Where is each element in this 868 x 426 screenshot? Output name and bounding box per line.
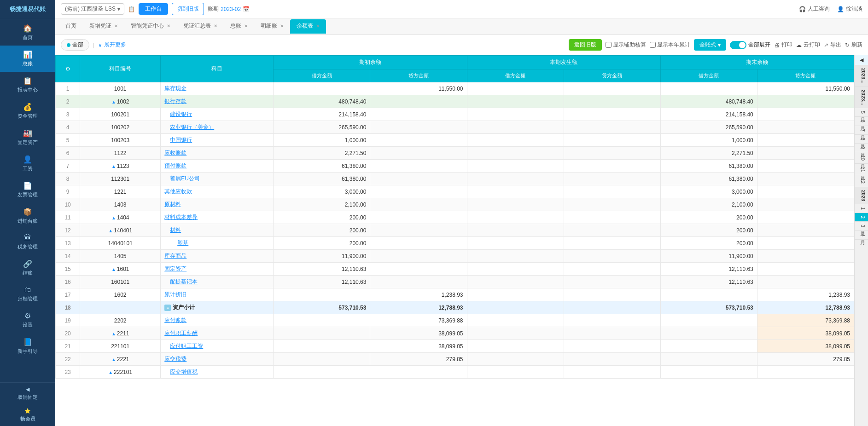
refresh-button[interactable]: ↻ 刷新 (845, 41, 862, 49)
tab-close-6[interactable]: ✕ (316, 23, 320, 29)
switch-version-button[interactable]: 切到旧版 (172, 3, 204, 15)
year-panel-item-5[interactable]: 8月 (855, 135, 868, 144)
row-name-9[interactable]: 原材料 (161, 198, 274, 211)
row-name-21[interactable]: 应交税费 (161, 353, 274, 366)
row-name-19[interactable]: 应付职工薪酬 (161, 327, 274, 340)
row-amount-1-1 (370, 95, 467, 108)
year-panel-item-2[interactable]: 5月 (855, 108, 868, 117)
tab-close-5[interactable]: ✕ (280, 23, 284, 29)
row-no-21: 22 (56, 353, 80, 366)
sidebar-item-5[interactable]: 👤工资 (0, 150, 55, 177)
sidebar-item-0[interactable]: 🏠首页 (0, 19, 55, 46)
sidebar-item-12[interactable]: 📘新手引导 (0, 333, 55, 359)
year-panel-item-14[interactable]: 4月 (855, 231, 868, 240)
row-amount-10-5 (757, 211, 854, 224)
sidebar-item-3[interactable]: 💰资金管理 (0, 98, 55, 124)
company-selector[interactable]: (劣前) 江西股圣-LSS ▾ (61, 3, 124, 15)
sidebar-item-4[interactable]: 🏭固定资产 (0, 124, 55, 150)
tab-close-4[interactable]: ✕ (244, 23, 248, 29)
cumulative-checkbox-input[interactable] (650, 42, 656, 48)
row-name-8[interactable]: 其他应收款 (161, 185, 274, 198)
sidebar-item-10[interactable]: 🗂归档管理 (0, 281, 55, 307)
sidebar-item-7[interactable]: 📦进销台账 (0, 203, 55, 229)
tab-3[interactable]: 凭证汇总表✕ (177, 19, 224, 34)
sidebar-item-2[interactable]: 📋报表中心 (0, 72, 55, 98)
filter-button[interactable]: 全部 (61, 39, 89, 51)
year-panel-item-9[interactable]: 12月 (855, 175, 868, 187)
tab-4[interactable]: 总账✕ (224, 19, 254, 34)
row-amount-16-2 (467, 288, 564, 301)
row-name-15[interactable]: 配提基记本 (161, 276, 274, 288)
year-panel-item-12[interactable]: 2月 (855, 213, 868, 222)
sidebar-item-9[interactable]: 🔗结账 (0, 255, 55, 281)
row-name-11[interactable]: 材料 (161, 224, 274, 237)
row-amount-2-3 (564, 108, 660, 121)
doc-icon[interactable]: 📋 (128, 6, 135, 12)
workbench-button[interactable]: 工作台 (139, 3, 168, 15)
cancel-fixed-icon: ◀ (26, 386, 29, 392)
row-name-20[interactable]: 应付职工工资 (161, 340, 274, 353)
row-name-0[interactable]: 库存现金 (161, 82, 274, 95)
calendar-icon[interactable]: 📅 (243, 6, 250, 12)
tab-2[interactable]: 智能凭证中心✕ (124, 19, 177, 34)
tab-close-2[interactable]: ✕ (167, 23, 170, 29)
row-name-16[interactable]: 累计折旧 (161, 288, 274, 301)
cloud-print-button[interactable]: ☁ 云打印 (796, 41, 820, 49)
fullstyle-button[interactable]: 全账式 ▾ (694, 39, 726, 51)
year-panel-item-6[interactable]: 9月 (855, 144, 868, 152)
auxiliary-checkbox[interactable]: 显示辅助核算 (606, 41, 646, 49)
cumulative-checkbox[interactable]: 显示本年累计 (650, 41, 690, 49)
row-name-17[interactable]: ≡资产小计 (161, 301, 274, 314)
row-name-22[interactable]: 应交增值税 (161, 366, 274, 379)
row-name-7[interactable]: 善属EU公司 (161, 173, 274, 185)
sidebar-item-8[interactable]: 🏛税务管理 (0, 229, 55, 255)
row-name-6[interactable]: 预付账款 (161, 160, 274, 173)
year-panel-toggle[interactable]: ◀ (855, 55, 868, 65)
row-name-12[interactable]: 塑基 (161, 237, 274, 250)
period-debit-header: 借方金额 (274, 69, 370, 82)
user-profile[interactable]: 👤 徐洁淡 (837, 5, 862, 13)
row-name-13[interactable]: 库存商品 (161, 250, 274, 263)
year-panel-item-13[interactable]: 3月 (855, 222, 868, 230)
sidebar-item-member[interactable]: ⭐ 畅会员 (0, 404, 55, 426)
row-name-4[interactable]: 中国银行 (161, 134, 274, 147)
tab-0[interactable]: 首页 (59, 19, 83, 34)
tab-1[interactable]: 新增凭证✕ (83, 19, 124, 34)
export-button[interactable]: ↗ 导出 (824, 41, 841, 49)
sidebar-item-cancel-fixed[interactable]: ◀ 取消固定 (0, 383, 55, 404)
year-panel-item-10[interactable]: 2023 (855, 187, 868, 204)
row-name-18[interactable]: 应付账款 (161, 314, 274, 327)
tab-close-3[interactable]: ✕ (214, 23, 217, 29)
settings-header[interactable]: ⚙ (56, 56, 80, 82)
row-name-10[interactable]: 材料成本差异 (161, 211, 274, 224)
row-name-3[interactable]: 农业银行（美金） (161, 121, 274, 134)
year-panel-item-0[interactable]: 2023... (855, 65, 868, 87)
sidebar-item-1[interactable]: 📊总账 (0, 46, 55, 72)
year-panel-item-8[interactable]: 11月 (855, 164, 868, 175)
row-name-2[interactable]: 建设银行 (161, 108, 274, 121)
row-code-0: 1001 (80, 82, 161, 95)
year-panel-item-7[interactable]: 10月 (855, 152, 868, 164)
toggle-switch[interactable] (730, 41, 746, 49)
year-panel-item-3[interactable]: 6月 (855, 117, 868, 126)
sidebar-item-11[interactable]: ⚙设置 (0, 307, 55, 333)
year-panel-item-11[interactable]: 1月 (855, 204, 868, 213)
tab-close-1[interactable]: ✕ (114, 23, 118, 29)
row-name-14[interactable]: 固定资产 (161, 263, 274, 276)
row-name-5[interactable]: 应收账款 (161, 147, 274, 160)
expand-all-toggle[interactable]: 全部展开 (730, 41, 770, 49)
consult-button[interactable]: 🎧 人工咨询 (799, 5, 830, 13)
row-amount-12-2 (467, 237, 564, 250)
year-panel-item-1[interactable]: 2023... (855, 87, 868, 109)
return-oldversion-button[interactable]: 返回旧版 (569, 39, 602, 51)
auxiliary-checkbox-input[interactable] (606, 42, 612, 48)
year-panel-item-4[interactable]: 7月 (855, 126, 868, 135)
print-button[interactable]: 🖨 打印 (774, 41, 792, 49)
top-bar: (劣前) 江西股圣-LSS ▾ 📋 工作台 切到旧版 账期 2023-02 📅 … (55, 0, 868, 18)
expand-button[interactable]: ∨ 展开更多 (98, 41, 126, 49)
row-amount-8-3 (564, 185, 660, 198)
row-name-1[interactable]: 银行存款 (161, 95, 274, 108)
sidebar-item-6[interactable]: 📄发票管理 (0, 177, 55, 203)
tab-6[interactable]: 余额表✕ (290, 19, 326, 34)
tab-5[interactable]: 明细账✕ (254, 19, 290, 34)
